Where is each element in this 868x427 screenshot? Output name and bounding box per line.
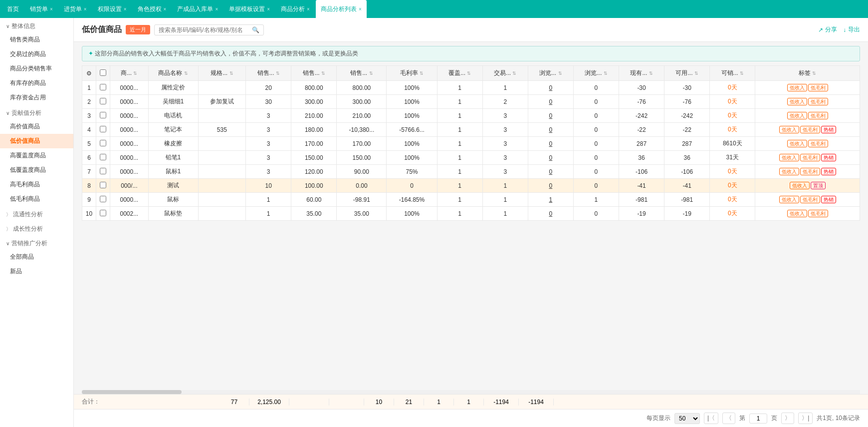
nav-close-product-analysis[interactable]: × bbox=[307, 6, 310, 12]
view1-link[interactable]: 0 bbox=[549, 84, 553, 91]
page-number-input[interactable] bbox=[749, 414, 767, 424]
th-name[interactable]: 商品名称 ⇅ bbox=[148, 66, 198, 81]
nav-close-purchase-order[interactable]: × bbox=[84, 6, 87, 12]
nav-finished-goods[interactable]: 产成品入库单 × bbox=[172, 0, 223, 18]
sidebar-item-low-margin[interactable]: 低毛利商品 bbox=[0, 192, 73, 206]
row-view1[interactable]: 0 bbox=[528, 207, 573, 221]
row-checkbox-cell[interactable] bbox=[96, 165, 110, 179]
filter-recent-month-button[interactable]: 近一月 bbox=[126, 25, 150, 34]
row-checkbox-cell[interactable] bbox=[96, 81, 110, 95]
sidebar-item-has-stock[interactable]: 有库存的商品 bbox=[0, 76, 73, 90]
nav-product-analysis[interactable]: 商品分析 × bbox=[276, 0, 315, 18]
sidebar-group-contribution[interactable]: ∨ 贡献值分析 bbox=[0, 105, 73, 119]
row-checkbox-cell[interactable] bbox=[96, 123, 110, 137]
sidebar-item-new-products[interactable]: 新品 bbox=[0, 264, 73, 279]
nav-close-permissions[interactable]: × bbox=[124, 6, 127, 12]
view1-link[interactable]: 0 bbox=[549, 210, 553, 217]
select-all-checkbox[interactable] bbox=[100, 69, 106, 76]
view1-link[interactable]: 0 bbox=[549, 140, 553, 147]
nav-close-finished-goods[interactable]: × bbox=[215, 6, 218, 12]
sidebar-item-stock-funds[interactable]: 库存资金占用 bbox=[0, 90, 73, 105]
row-checkbox[interactable] bbox=[100, 196, 106, 202]
page-size-select[interactable]: 50 100 200 bbox=[674, 413, 700, 424]
view1-link[interactable]: 0 bbox=[549, 154, 553, 161]
row-view1[interactable]: 0 bbox=[528, 95, 573, 109]
row-view1[interactable]: 0 bbox=[528, 109, 573, 123]
view1-link[interactable]: 0 bbox=[549, 126, 553, 133]
nav-permissions[interactable]: 权限设置 × bbox=[93, 0, 132, 18]
row-view1[interactable]: 0 bbox=[528, 151, 573, 165]
row-checkbox[interactable] bbox=[100, 84, 106, 90]
row-checkbox[interactable] bbox=[100, 98, 106, 104]
last-page-button[interactable]: 〉| bbox=[798, 413, 813, 424]
nav-close-sales-order[interactable]: × bbox=[50, 6, 53, 12]
sidebar-item-low-coverage[interactable]: 低覆盖度商品 bbox=[0, 163, 73, 177]
nav-close-product-analysis-list[interactable]: × bbox=[359, 6, 362, 12]
row-checkbox-cell[interactable] bbox=[96, 137, 110, 151]
th-view1[interactable]: 浏览... ⇅ bbox=[528, 66, 573, 81]
sidebar-group-liquidity[interactable]: 〉 流通性分析 bbox=[0, 206, 73, 221]
export-button[interactable]: ↓ 导出 bbox=[843, 25, 860, 34]
nav-home[interactable]: 首页 bbox=[2, 0, 24, 18]
sidebar-group-marketing[interactable]: ∨ 营销推广分析 bbox=[0, 235, 73, 250]
th-amount[interactable]: 销售... ⇅ bbox=[337, 66, 387, 81]
share-button[interactable]: ↗ 分享 bbox=[818, 25, 837, 34]
row-checkbox[interactable] bbox=[100, 182, 106, 188]
th-trade[interactable]: 交易... ⇅ bbox=[482, 66, 528, 81]
prev-page-button[interactable]: 〈 bbox=[722, 413, 735, 424]
sidebar-group-overall[interactable]: ∨ 整体信息 bbox=[0, 18, 73, 32]
view1-link[interactable]: 1 bbox=[549, 196, 553, 203]
view1-link[interactable]: 0 bbox=[549, 182, 553, 189]
th-spec[interactable]: 规格... ⇅ bbox=[198, 66, 246, 81]
sidebar-item-traded[interactable]: 交易过的商品 bbox=[0, 47, 73, 61]
row-view1[interactable]: 0 bbox=[528, 179, 573, 193]
row-checkbox[interactable] bbox=[100, 168, 106, 174]
row-checkbox-cell[interactable] bbox=[96, 95, 110, 109]
row-view1[interactable]: 0 bbox=[528, 81, 573, 95]
sidebar-item-high-coverage[interactable]: 高覆盖度商品 bbox=[0, 148, 73, 163]
th-saleable[interactable]: 可销... ⇅ bbox=[710, 66, 755, 81]
th-view2[interactable]: 浏览... ⇅ bbox=[573, 66, 619, 81]
view1-link[interactable]: 0 bbox=[549, 112, 553, 119]
scrollbar-thumb[interactable] bbox=[82, 390, 182, 394]
th-current[interactable]: 现有... ⇅ bbox=[619, 66, 664, 81]
th-tags[interactable]: 标签 ⇅ bbox=[755, 66, 860, 81]
nav-close-template-settings[interactable]: × bbox=[267, 6, 270, 12]
sidebar-group-growth[interactable]: 〉 成长性分析 bbox=[0, 221, 73, 235]
row-checkbox-cell[interactable] bbox=[96, 207, 110, 221]
nav-product-analysis-list[interactable]: 商品分析列表 × bbox=[316, 0, 367, 18]
row-checkbox-cell[interactable] bbox=[96, 109, 110, 123]
sidebar-item-category-rate[interactable]: 商品分类销售率 bbox=[0, 61, 73, 76]
sidebar-item-high-value[interactable]: 高价值商品 bbox=[0, 119, 73, 134]
th-margin[interactable]: 毛利率 ⇅ bbox=[387, 66, 437, 81]
nav-roles[interactable]: 角色授权 × bbox=[133, 0, 172, 18]
th-available[interactable]: 可用... ⇅ bbox=[664, 66, 710, 81]
row-checkbox[interactable] bbox=[100, 154, 106, 160]
row-view1[interactable]: 0 bbox=[528, 123, 573, 137]
horizontal-scrollbar[interactable] bbox=[82, 390, 860, 394]
row-checkbox[interactable] bbox=[100, 140, 106, 146]
row-checkbox[interactable] bbox=[100, 210, 106, 216]
row-view1[interactable]: 1 bbox=[528, 193, 573, 207]
row-view1[interactable]: 0 bbox=[528, 165, 573, 179]
search-icon[interactable]: 🔍 bbox=[252, 26, 259, 33]
view1-link[interactable]: 0 bbox=[549, 168, 553, 175]
first-page-button[interactable]: |〈 bbox=[704, 413, 718, 424]
row-checkbox-cell[interactable] bbox=[96, 151, 110, 165]
view1-link[interactable]: 0 bbox=[549, 98, 553, 105]
th-cover[interactable]: 覆盖... ⇅ bbox=[437, 66, 482, 81]
th-checkbox[interactable] bbox=[96, 66, 110, 81]
row-checkbox[interactable] bbox=[100, 112, 106, 118]
row-checkbox-cell[interactable] bbox=[96, 193, 110, 207]
sidebar-item-sales-category[interactable]: 销售类商品 bbox=[0, 32, 73, 47]
row-checkbox[interactable] bbox=[100, 126, 106, 132]
sidebar-item-high-margin[interactable]: 高毛利商品 bbox=[0, 177, 73, 192]
th-price[interactable]: 销售... ⇅ bbox=[291, 66, 337, 81]
sidebar-item-low-value[interactable]: 低价值商品 bbox=[0, 134, 73, 148]
sidebar-item-all-products[interactable]: 全部商品 bbox=[0, 250, 73, 264]
nav-close-roles[interactable]: × bbox=[164, 6, 167, 12]
th-qty[interactable]: 销售... ⇅ bbox=[246, 66, 291, 81]
next-page-button[interactable]: 〉 bbox=[781, 413, 794, 424]
nav-purchase-order[interactable]: 进货单 × bbox=[59, 0, 92, 18]
nav-template-settings[interactable]: 单据模板设置 × bbox=[224, 0, 275, 18]
